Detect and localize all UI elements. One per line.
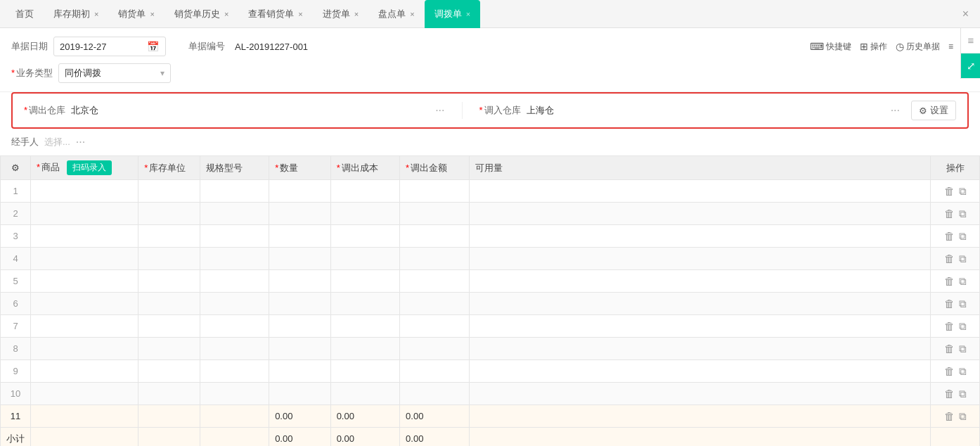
copy-icon-8[interactable]: ⧉ [959,343,967,355]
cell-unit-6[interactable] [138,293,200,315]
cell-product-4[interactable] [31,248,138,270]
agent-more-btn[interactable]: ··· [76,136,85,148]
delete-icon-5[interactable]: 🗑 [944,275,955,287]
copy-icon-2[interactable]: ⧉ [959,208,967,220]
tab-close-sales-order[interactable]: × [150,10,154,18]
cell-qty-8[interactable] [269,338,331,360]
cell-unit-7[interactable] [138,315,200,338]
cell-available-9[interactable] [469,360,930,383]
tab-close-sales-history[interactable]: × [224,10,228,18]
cell-qty-6[interactable] [269,293,331,315]
cell-product-11[interactable] [31,405,138,428]
cell-amount-1[interactable] [400,180,469,203]
cell-product-7[interactable] [31,315,138,338]
tab-close-purchase[interactable]: × [354,10,359,18]
cell-product-8[interactable] [31,338,138,360]
cell-qty-9[interactable] [269,360,331,383]
delete-icon-1[interactable]: 🗑 [944,185,955,197]
tab-home[interactable]: 首页 [6,0,44,28]
cell-spec-11[interactable] [200,405,269,428]
cell-qty-4[interactable] [269,248,331,270]
copy-icon-3[interactable]: ⧉ [959,230,967,243]
tab-close-view-sales[interactable]: × [298,10,302,18]
cell-available-5[interactable] [469,270,930,293]
copy-icon-11[interactable]: ⧉ [959,410,967,423]
cell-spec-5[interactable] [200,270,269,293]
delete-icon-2[interactable]: 🗑 [944,208,955,219]
cell-spec-7[interactable] [200,315,269,338]
date-input-box[interactable]: 📅 [53,37,166,56]
cell-unit-1[interactable] [138,180,200,203]
copy-icon-10[interactable]: ⧉ [959,388,967,400]
business-type-select[interactable]: 同价调拨 ▾ [58,63,171,83]
tab-transfer[interactable]: 调拨单 × [425,0,480,28]
cell-cost-4[interactable] [330,248,399,270]
cell-available-3[interactable] [469,225,930,248]
cell-amount-4[interactable] [400,248,469,270]
tab-sales-history[interactable]: 销货单历史 × [165,0,238,28]
copy-icon-1[interactable]: ⧉ [959,185,967,198]
delete-icon-3[interactable]: 🗑 [944,230,955,242]
cell-product-3[interactable] [31,225,138,248]
tab-sales-order[interactable]: 销货单 × [108,0,164,28]
cell-spec-6[interactable] [200,293,269,315]
cell-available-4[interactable] [469,248,930,270]
cell-unit-5[interactable] [138,270,200,293]
cell-cost-6[interactable] [330,293,399,315]
delete-icon-11[interactable]: 🗑 [944,410,955,422]
window-close-button[interactable]: × [957,8,974,20]
delete-icon-10[interactable]: 🗑 [944,388,955,400]
cell-spec-4[interactable] [200,248,269,270]
warehouse-in-more-btn[interactable]: ··· [891,104,900,117]
cell-spec-1[interactable] [200,180,269,203]
cell-product-10[interactable] [31,383,138,405]
cell-qty-1[interactable] [269,180,331,203]
cell-amount-6[interactable] [400,293,469,315]
cell-spec-2[interactable] [200,203,269,225]
cell-cost-7[interactable] [330,315,399,338]
cell-cost-3[interactable] [330,225,399,248]
cell-available-2[interactable] [469,203,930,225]
agent-select[interactable]: 选择... [44,136,70,148]
cell-unit-2[interactable] [138,203,200,225]
cell-spec-8[interactable] [200,338,269,360]
delete-icon-8[interactable]: 🗑 [944,343,955,355]
gear-icon[interactable]: ⚙ [11,163,20,173]
tab-purchase[interactable]: 进货单 × [313,0,368,28]
shortcut-btn[interactable]: ⌨ 快捷键 [810,41,851,53]
operation-btn[interactable]: ⊞ 操作 [860,41,887,53]
scan-btn[interactable]: 扫码录入 [67,160,112,175]
cell-cost-2[interactable] [330,203,399,225]
cell-amount-2[interactable] [400,203,469,225]
cell-product-2[interactable] [31,203,138,225]
copy-icon-4[interactable]: ⧉ [959,253,967,265]
delete-icon-7[interactable]: 🗑 [944,320,955,332]
delete-icon-9[interactable]: 🗑 [944,365,955,377]
cell-spec-3[interactable] [200,225,269,248]
layout-list-btn[interactable]: ≡ [948,42,953,51]
cell-available-11[interactable] [469,405,930,428]
cell-unit-4[interactable] [138,248,200,270]
cell-cost-8[interactable] [330,338,399,360]
date-input[interactable] [60,42,144,52]
cell-available-8[interactable] [469,338,930,360]
delete-icon-6[interactable]: 🗑 [944,298,955,310]
cell-unit-3[interactable] [138,225,200,248]
cell-amount-10[interactable] [400,383,469,405]
warehouse-out-more-btn[interactable]: ··· [435,104,444,117]
tab-view-sales[interactable]: 查看销货单 × [238,0,312,28]
cell-unit-10[interactable] [138,383,200,405]
cell-available-7[interactable] [469,315,930,338]
cell-cost-10[interactable] [330,383,399,405]
cell-product-5[interactable] [31,270,138,293]
cell-qty-2[interactable] [269,203,331,225]
cell-amount-3[interactable] [400,225,469,248]
copy-icon-9[interactable]: ⧉ [959,365,967,378]
cell-qty-10[interactable] [269,383,331,405]
cell-spec-10[interactable] [200,383,269,405]
cell-qty-3[interactable] [269,225,331,248]
copy-icon-6[interactable]: ⧉ [959,298,967,310]
cell-unit-9[interactable] [138,360,200,383]
cell-product-9[interactable] [31,360,138,383]
cell-product-6[interactable] [31,293,138,315]
